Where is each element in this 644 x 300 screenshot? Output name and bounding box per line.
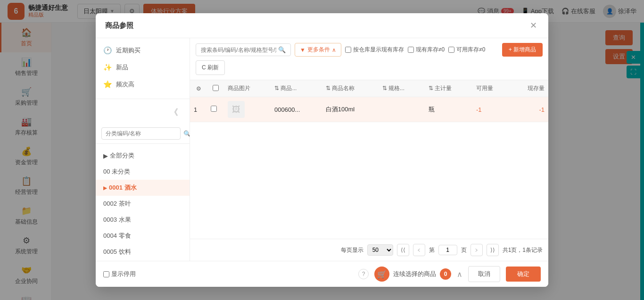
page-size-select[interactable]: 50 100 bbox=[367, 244, 393, 256]
classify-search-icon[interactable]: 🔍 bbox=[183, 130, 190, 137]
show-disabled-checkbox[interactable]: 显示停用 bbox=[103, 270, 136, 278]
classify-0003[interactable]: 0003 水果 bbox=[96, 212, 190, 228]
row-unit: 瓶 bbox=[425, 97, 472, 122]
chevron-up-icon: ∧ bbox=[332, 47, 336, 53]
row-name: 白酒100ml bbox=[322, 97, 379, 122]
classify-0001[interactable]: ▶ 0001 酒水 bbox=[96, 180, 190, 196]
confirm-button[interactable]: 确定 bbox=[506, 267, 541, 282]
cancel-button[interactable]: 取消 bbox=[468, 266, 500, 282]
checkbox-warehouse-stock[interactable]: 按仓库显示现有库存 bbox=[345, 46, 404, 54]
clock-icon: 🕐 bbox=[103, 46, 112, 55]
new-icon: ✨ bbox=[103, 63, 112, 72]
total-info: 共1页，1条记录 bbox=[503, 246, 543, 254]
prev-page-btn[interactable]: ﹤ bbox=[413, 244, 425, 256]
dialog-overlay: 商品参照 ✕ 🕐 近期购买 ✨ 新品 ⭐ 频次高 bbox=[0, 0, 644, 300]
th-available: 可用量 bbox=[472, 80, 511, 97]
dialog-left-panel: 🕐 近期购买 ✨ 新品 ⭐ 频次高 《 bbox=[96, 38, 190, 261]
sort-icon: ⇅ bbox=[382, 85, 387, 92]
th-check[interactable] bbox=[207, 80, 224, 97]
dialog-header: 商品参照 ✕ bbox=[96, 13, 548, 38]
classify-all[interactable]: ▶ 全部分类 bbox=[96, 148, 190, 164]
new-products-item[interactable]: ✨ 新品 bbox=[96, 59, 190, 76]
filter-icon: ▼ bbox=[300, 47, 305, 53]
collapse-up-icon[interactable]: ∧ bbox=[457, 270, 462, 279]
checkbox-nonzero-stock[interactable]: 现有库存≠0 bbox=[408, 46, 445, 54]
th-stock: 现存量 bbox=[510, 80, 548, 97]
product-image-placeholder: 🖼 bbox=[228, 101, 245, 118]
select-all-checkbox[interactable] bbox=[213, 85, 219, 91]
next-page-btn[interactable]: ﹥ bbox=[471, 244, 483, 256]
row-code: 000600... bbox=[271, 97, 322, 122]
add-product-btn[interactable]: + 新增商品 bbox=[502, 43, 543, 57]
recent-purchase-item[interactable]: 🕐 近期购买 bbox=[96, 42, 190, 59]
sort-icon: ⇅ bbox=[326, 85, 330, 92]
divider bbox=[96, 99, 190, 99]
sort-icon: ⇅ bbox=[429, 85, 433, 92]
row-stock: -1 bbox=[510, 97, 548, 122]
th-spec[interactable]: ⇅ 规格... bbox=[379, 80, 425, 97]
dialog-footer: 显示停用 ? 🛒 连续选择的商品 0 ∧ 取消 确定 bbox=[96, 261, 548, 287]
th-code[interactable]: ⇅ 商品... bbox=[271, 80, 322, 97]
th-gear[interactable]: ⚙ bbox=[190, 80, 207, 97]
page-suffix: 页 bbox=[461, 246, 467, 254]
refresh-btn[interactable]: C 刷新 bbox=[196, 60, 225, 75]
th-name[interactable]: ⇅ 商品名称 bbox=[322, 80, 379, 97]
dialog-body: 🕐 近期购买 ✨ 新品 ⭐ 频次高 《 bbox=[96, 38, 548, 261]
cart-count-badge: 0 bbox=[440, 268, 451, 280]
star-icon: ⭐ bbox=[103, 80, 112, 89]
classify-00[interactable]: 00 未分类 bbox=[96, 164, 190, 180]
classify-search-input[interactable] bbox=[101, 127, 181, 140]
collapse-left-btn[interactable]: 《 bbox=[162, 103, 186, 122]
table-row[interactable]: 1 🖼 000600... bbox=[190, 97, 548, 122]
product-reference-dialog: 商品参照 ✕ 🕐 近期购买 ✨ 新品 ⭐ 频次高 bbox=[96, 13, 548, 287]
dialog-right-panel: 🔍 ▼ 更多条件 ∧ 按仓库显示现有库存 现有库存≠0 bbox=[190, 38, 548, 261]
dialog-close-button[interactable]: ✕ bbox=[528, 20, 539, 31]
th-unit[interactable]: ⇅ 主计量 bbox=[425, 80, 472, 97]
classify-0004[interactable]: 0004 零食 bbox=[96, 228, 190, 244]
frequent-item[interactable]: ⭐ 频次高 bbox=[96, 76, 190, 93]
pagination: 每页显示 50 100 ⟨⟨ ﹤ 第 页 ﹥ ⟩⟩ 共1页，1条记录 bbox=[190, 239, 548, 261]
dialog-left-nav: 🕐 近期购买 ✨ 新品 ⭐ 频次高 bbox=[96, 38, 190, 97]
first-page-btn[interactable]: ⟨⟨ bbox=[397, 244, 409, 256]
row-available: -1 bbox=[472, 97, 511, 122]
th-image: 商品图片 bbox=[224, 80, 271, 97]
row-spec bbox=[379, 97, 425, 122]
dialog-toolbar: 🔍 ▼ 更多条件 ∧ 按仓库显示现有库存 现有库存≠0 bbox=[190, 38, 548, 80]
product-search-input[interactable] bbox=[201, 47, 276, 53]
checkbox-available-nonzero[interactable]: 可用库存≠0 bbox=[448, 46, 485, 54]
classify-search-bar: 🔍 bbox=[96, 124, 190, 144]
page-number-input[interactable] bbox=[438, 245, 457, 255]
row-image: 🖼 bbox=[224, 97, 271, 122]
more-filter-btn[interactable]: ▼ 更多条件 ∧ bbox=[295, 43, 341, 57]
classify-tree: ▶ 全部分类 00 未分类 ▶ 0001 酒水 0002 茶叶 0003 水果 bbox=[96, 144, 190, 261]
cart-badge-wrap: 🛒 连续选择的商品 0 bbox=[374, 267, 451, 282]
classify-0002[interactable]: 0002 茶叶 bbox=[96, 196, 190, 212]
dialog-title: 商品参照 bbox=[105, 21, 133, 30]
row-checkbox[interactable] bbox=[207, 97, 224, 122]
cart-icon[interactable]: 🛒 bbox=[374, 267, 389, 282]
page-size-label: 每页显示 bbox=[341, 246, 363, 254]
product-search-bar: 🔍 bbox=[196, 43, 291, 56]
help-icon[interactable]: ? bbox=[358, 269, 369, 279]
arrow-icon: ▶ bbox=[103, 185, 107, 191]
classify-0005[interactable]: 0005 饮料 bbox=[96, 244, 190, 260]
row-num: 1 bbox=[190, 97, 207, 122]
sort-icon: ⇅ bbox=[274, 85, 279, 92]
search-icon[interactable]: 🔍 bbox=[278, 46, 286, 53]
product-table-wrap: ⚙ 商品图片 ⇅ 商品... bbox=[190, 80, 548, 239]
last-page-btn[interactable]: ⟩⟩ bbox=[487, 244, 499, 256]
page-label: 第 bbox=[429, 246, 435, 254]
table-header-row: ⚙ 商品图片 ⇅ 商品... bbox=[190, 80, 548, 97]
product-table: ⚙ 商品图片 ⇅ 商品... bbox=[190, 80, 548, 122]
